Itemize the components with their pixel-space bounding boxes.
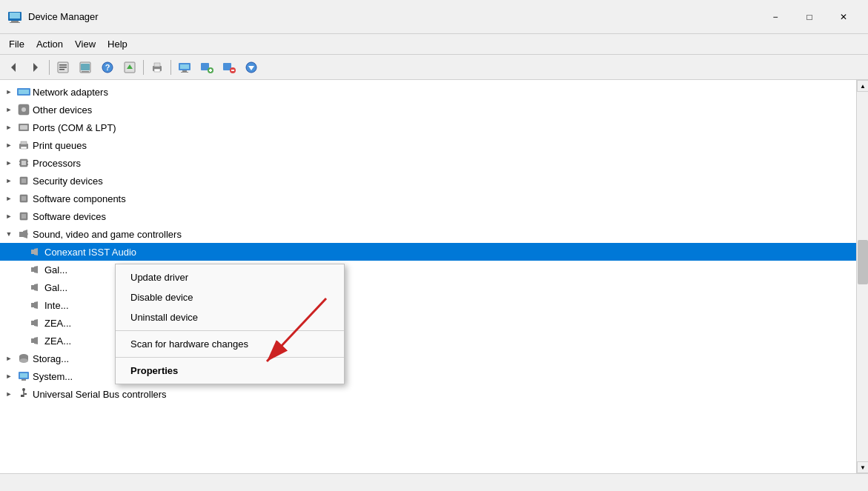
svg-rect-62 (31, 303, 34, 307)
scroll-down-button[interactable]: ▼ (857, 461, 868, 473)
processors-label: Processors (33, 158, 81, 169)
svg-marker-57 (34, 248, 38, 255)
scroll-up-button[interactable]: ▲ (857, 80, 868, 92)
other-devices-label: Other devices (33, 104, 92, 116)
title-bar-left: Device Manager (7, 10, 99, 24)
gal1-icon (29, 263, 42, 276)
svg-rect-53 (21, 214, 26, 218)
forward-button[interactable] (25, 58, 46, 77)
scroll-track[interactable] (857, 92, 868, 461)
tree-item-software-components[interactable]: ► Software components (0, 190, 856, 207)
svg-rect-77 (24, 393, 27, 395)
driver-update-button[interactable] (119, 58, 140, 77)
minimize-button[interactable]: − (758, 6, 792, 28)
svg-rect-11 (81, 64, 90, 70)
gal2-icon (29, 281, 42, 294)
menu-help[interactable]: Help (102, 36, 133, 52)
update-driver-toolbar-button[interactable] (241, 58, 262, 77)
processors-icon (17, 156, 30, 170)
other-devices-icon (17, 103, 30, 116)
tree-item-other-devices[interactable]: ► Other devices (0, 101, 856, 118)
vertical-scrollbar[interactable]: ▲ ▼ (856, 80, 868, 473)
ctx-disable-device[interactable]: Disable device (116, 287, 344, 307)
properties-button[interactable] (53, 58, 73, 77)
tree-item-security-devices[interactable]: ► Security devices (0, 172, 856, 190)
tree-item-network-adapters[interactable]: ► Network adapters (0, 83, 856, 101)
menu-action[interactable]: Action (30, 36, 69, 52)
zea2-icon (29, 334, 42, 347)
svg-marker-65 (34, 319, 38, 327)
tree-item-print-queues[interactable]: ► Print queues (0, 136, 856, 154)
svg-rect-54 (19, 232, 23, 237)
resources-button[interactable]: ? (97, 58, 118, 77)
scroll-thumb[interactable] (858, 240, 868, 284)
sound-video-label: Sound, video and game controllers (33, 229, 182, 240)
svg-marker-4 (11, 63, 16, 72)
storage-label: Storag... (33, 353, 69, 364)
svg-rect-46 (27, 161, 28, 162)
menu-view[interactable]: View (69, 36, 102, 52)
svg-rect-47 (27, 164, 28, 165)
svg-rect-3 (10, 13, 20, 19)
tree-item-usb[interactable]: ► Universal Serial Bus controllers (0, 385, 856, 403)
svg-marker-61 (34, 284, 38, 291)
svg-marker-55 (23, 230, 27, 238)
toolbar-separator-3 (170, 60, 171, 75)
device-list-button[interactable] (75, 58, 96, 77)
sound-video-icon (17, 227, 30, 241)
svg-rect-7 (59, 64, 67, 66)
maximize-button[interactable]: □ (792, 6, 826, 28)
svg-rect-58 (31, 267, 34, 272)
chevron-icon: ► (3, 193, 15, 204)
scan-hardware-button[interactable] (174, 58, 195, 77)
svg-rect-40 (21, 141, 27, 144)
tree-item-conexant[interactable]: Conexant ISST Audio (0, 243, 856, 261)
svg-rect-1 (11, 21, 19, 22)
menu-file[interactable]: File (3, 36, 30, 52)
svg-point-70 (19, 358, 28, 363)
chevron-icon: ► (3, 104, 15, 116)
svg-rect-21 (180, 64, 189, 69)
svg-marker-59 (34, 266, 38, 273)
title-bar: Device Manager − □ ✕ (0, 0, 868, 34)
toolbar-separator-2 (143, 60, 144, 75)
network-adapter-icon (17, 85, 30, 98)
back-button[interactable] (3, 58, 24, 77)
svg-rect-56 (31, 250, 34, 254)
close-button[interactable]: ✕ (826, 6, 861, 28)
svg-rect-51 (21, 196, 26, 201)
svg-rect-76 (21, 395, 24, 397)
svg-point-75 (22, 388, 25, 391)
chevron-icon: ► (3, 210, 15, 222)
toolbar-separator-1 (49, 60, 50, 75)
svg-point-36 (21, 107, 26, 112)
svg-marker-63 (34, 301, 38, 309)
add-device-button[interactable] (196, 58, 217, 77)
tree-item-sound-video[interactable]: ▼ Sound, video and game controllers (0, 225, 856, 243)
security-devices-label: Security devices (33, 176, 103, 187)
software-components-label: Software components (33, 193, 126, 204)
chevron-icon: ► (3, 157, 15, 169)
svg-rect-18 (154, 63, 160, 67)
svg-rect-60 (31, 285, 34, 290)
ports-label: Ports (COM & LPT) (33, 122, 116, 133)
ctx-properties[interactable]: Properties (116, 361, 344, 381)
tree-panel[interactable]: ► Network adapters ► Other devices ► (0, 80, 856, 473)
tree-item-processors[interactable]: ► Processors (0, 154, 856, 172)
main-area: ► Network adapters ► Other devices ► (0, 80, 868, 473)
tree-item-software-devices[interactable]: ► Software devices (0, 207, 856, 225)
remove-device-button[interactable] (219, 58, 239, 77)
print-button[interactable] (147, 58, 168, 77)
toolbar: ? (0, 55, 868, 80)
svg-rect-66 (31, 338, 34, 343)
ctx-update-driver[interactable]: Update driver (116, 267, 344, 287)
status-bar (0, 473, 868, 491)
zea2-label: ZEA... (44, 335, 71, 347)
ctx-scan-hardware[interactable]: Scan for hardware changes (116, 334, 344, 354)
tree-item-ports[interactable]: ► Ports (COM & LPT) (0, 118, 856, 136)
ctx-uninstall-device[interactable]: Uninstall device (116, 307, 344, 327)
svg-rect-23 (181, 72, 188, 73)
svg-rect-22 (182, 70, 187, 72)
svg-rect-9 (59, 69, 64, 70)
svg-rect-73 (21, 379, 26, 381)
